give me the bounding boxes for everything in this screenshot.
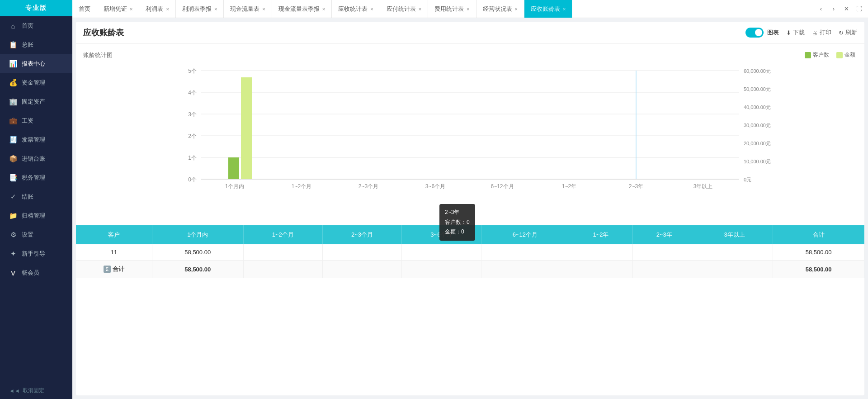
sidebar-item-report[interactable]: 📊 报表中心 [0,54,72,73]
tab-expense-stat[interactable]: 费用统计表 × [428,0,476,18]
tab-voucher-close[interactable]: × [130,6,132,12]
legend-amount-label: 金额 [844,51,855,59]
tab-payable-stat[interactable]: 应付统计表 × [380,0,428,18]
total-m12 [243,261,322,278]
sidebar-item-closing[interactable]: ✓ 结账 [0,187,72,206]
sidebar-item-label: 新手引导 [22,250,45,258]
tab-profit-quarterly-close[interactable]: × [214,6,217,12]
table-header-row: 客户 1个月内 1~2个月 2~3个月 3~6个月 6~12个月 1~2年 2~… [76,225,864,244]
chart-toggle-group: 图表 [745,28,779,38]
sidebar-item-guide[interactable]: ✦ 新手引导 [0,244,72,263]
svg-text:5个: 5个 [188,68,197,74]
chart-toggle[interactable] [745,28,764,38]
sidebar-item-label: 进销台账 [22,155,45,163]
assets-icon: 🏢 [9,98,17,106]
tab-profit-label: 利润表 [146,5,163,13]
cell-m12 [243,244,322,261]
tab-prev-btn[interactable]: ‹ [816,4,826,14]
sidebar-item-salary[interactable]: 💼 工资 [0,111,72,130]
sidebar-item-label: 发票管理 [22,136,45,144]
tab-voucher[interactable]: 新增凭证 × [97,0,139,18]
svg-text:2个: 2个 [188,133,197,139]
salary-icon: 💼 [9,117,17,125]
tab-profit-quarterly[interactable]: 利润表季报 × [176,0,224,18]
bar-customer-0 [228,157,239,179]
sidebar-item-settings[interactable]: ⚙ 设置 [0,225,72,244]
sidebar-item-archive[interactable]: 📁 归档管理 [0,206,72,225]
download-label: 下载 [793,28,805,37]
svg-text:0元: 0元 [744,177,751,182]
sidebar-item-invoice[interactable]: 🧾 发票管理 [0,130,72,149]
tab-profit-close[interactable]: × [166,6,169,12]
tab-voucher-label: 新增凭证 [104,5,127,13]
col-m1: 1个月内 [152,225,243,244]
svg-text:3~6个月: 3~6个月 [425,183,445,190]
report-icon: 📊 [9,60,17,68]
sidebar-unpin[interactable]: ◄◄ 取消固定 [0,382,72,399]
tab-operation-stat[interactable]: 经营状况表 × [476,0,524,18]
col-m12: 1~2个月 [243,225,322,244]
sidebar-item-sales[interactable]: 📦 进销台账 [0,149,72,168]
col-m36: 3~6个月 [402,225,481,244]
sidebar-item-ledger[interactable]: 📋 总账 [0,35,72,54]
tab-bar: 首页 新增凭证 × 利润表 × 利润表季报 × 现金流量表 × 现金流量表季报 … [72,0,868,18]
svg-text:20,000.00元: 20,000.00元 [744,141,771,146]
tab-aging[interactable]: 应收账龄表 × [524,0,572,18]
tab-cashflow-close[interactable]: × [262,6,265,12]
sidebar-item-assets[interactable]: 🏢 固定资产 [0,92,72,111]
svg-text:10,000.00元: 10,000.00元 [744,159,771,164]
table-container: 客户 1个月内 1~2个月 2~3个月 3~6个月 6~12个月 1~2年 2~… [76,225,864,278]
col-customer: 客户 [76,225,152,244]
print-btn[interactable]: 🖨 打印 [812,28,831,37]
tab-close-btn[interactable]: ✕ [841,4,852,14]
tab-next-btn[interactable]: › [828,4,839,14]
tab-operation-stat-close[interactable]: × [515,6,518,12]
col-y3plus: 3年以上 [696,225,773,244]
sidebar-item-label: 总账 [22,41,33,49]
archive-icon: 📁 [9,212,17,220]
tab-expand-btn[interactable]: ⛶ [854,4,864,14]
cell-m36 [402,244,481,261]
tab-payable-stat-close[interactable]: × [419,6,421,12]
download-btn[interactable]: ⬇ 下载 [786,28,805,37]
tab-receivable-stat-close[interactable]: × [370,6,373,12]
tab-home[interactable]: 首页 [72,0,97,18]
tab-receivable-stat[interactable]: 应收统计表 × [332,0,380,18]
sidebar-item-home[interactable]: ⌂ 首页 [0,16,72,35]
svg-text:1个: 1个 [188,155,197,161]
ledger-icon: 📋 [9,41,17,49]
svg-text:1个月内: 1个月内 [225,183,245,190]
total-m612 [481,261,569,278]
sidebar-item-vip[interactable]: V 畅会员 [0,263,72,282]
header-actions: 图表 ⬇ 下载 🖨 打印 ↻ 刷新 [745,28,857,38]
funds-icon: 💰 [9,79,17,87]
sales-icon: 📦 [9,155,17,163]
svg-text:1~2年: 1~2年 [562,183,576,190]
guide-icon: ✦ [9,250,17,258]
total-y3plus [696,261,773,278]
content-area: 应收账龄表 图表 ⬇ 下载 🖨 打印 ↻ 刷新 [76,22,864,395]
svg-text:6~12个月: 6~12个月 [491,183,514,190]
bar-amount-0 [241,77,252,179]
refresh-icon: ↻ [839,29,844,36]
total-m23 [322,261,401,278]
legend-customers-label: 客户数 [813,51,829,59]
tab-cashflow-quarterly-close[interactable]: × [322,6,325,12]
tab-expense-stat-close[interactable]: × [467,6,469,12]
tooltip-label: 2~3年 [445,208,470,218]
tab-aging-label: 应收账龄表 [531,5,560,13]
tab-aging-close[interactable]: × [563,6,566,12]
svg-text:30,000.00元: 30,000.00元 [744,123,771,128]
page-title: 应收账龄表 [83,27,124,38]
col-total: 合计 [773,225,864,244]
tab-cashflow-quarterly[interactable]: 现金流量表季报 × [272,0,332,18]
svg-text:40,000.00元: 40,000.00元 [744,104,771,110]
sidebar-item-tax[interactable]: 📑 税务管理 [0,168,72,187]
tab-cashflow[interactable]: 现金流量表 × [224,0,272,18]
tab-profit[interactable]: 利润表 × [139,0,175,18]
sidebar-item-funds[interactable]: 💰 资金管理 [0,73,72,92]
refresh-btn[interactable]: ↻ 刷新 [839,28,857,37]
legend-customers: 客户数 [805,51,829,59]
col-m23: 2~3个月 [322,225,401,244]
sidebar-item-label: 结账 [22,193,33,201]
